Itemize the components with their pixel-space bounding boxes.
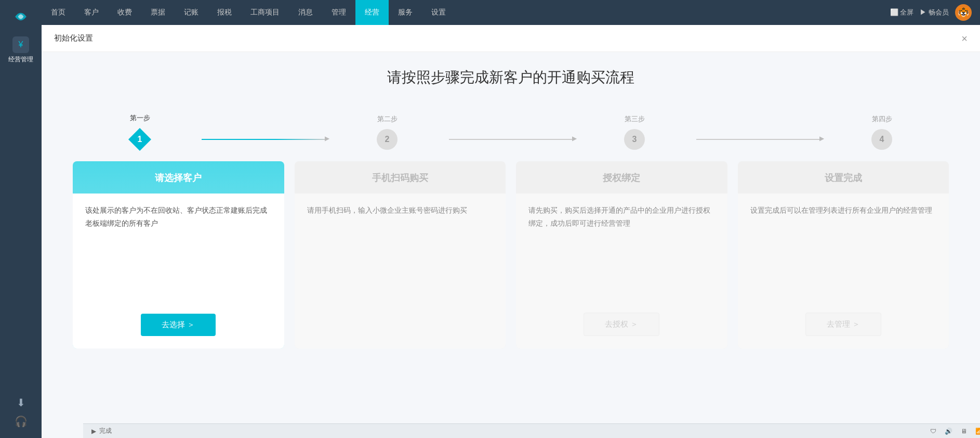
connector-2: ▶: [449, 139, 573, 140]
connector-1: ▶: [202, 139, 325, 140]
card-1-footer: 去选择 ＞: [73, 305, 284, 349]
nav-baoshui[interactable]: 报税: [208, 0, 241, 25]
nav-piaoju[interactable]: 票据: [141, 0, 175, 25]
steps-row: 第一步 1 ▶ 第二步 2 ▶: [73, 113, 949, 151]
step-label-1: 第一步: [130, 113, 150, 123]
sidebar-module-jingying[interactable]: ¥ 经营管理: [0, 31, 42, 69]
card-3-body: 请先购买，购买后选择开通的产品中的企业用户进行授权绑定，成功后即可进行经营管理: [516, 194, 727, 304]
download-icon[interactable]: ⬇: [17, 396, 25, 409]
step-item-1: 第一步 1: [78, 113, 202, 151]
screen-icon: 🖥: [961, 428, 967, 435]
card-4-footer: 去管理 ＞: [738, 304, 949, 349]
go-manage-button[interactable]: 去管理 ＞: [805, 313, 881, 336]
card-4-header: 设置完成: [738, 161, 949, 194]
card-3-header: 授权绑定: [516, 161, 727, 194]
status-bar: ▶ 完成 🛡 🔊 🖥 📶 0 🔋 10: [83, 423, 980, 438]
step-circle-3: 3: [624, 129, 645, 150]
shield-icon: 🛡: [930, 428, 936, 435]
page-content: 初始化设置 × 请按照步骤完成新客户的开通购买流程 第一步 1 ▶: [42, 25, 980, 438]
sidebar: ¥ 经营管理 ⬇ 🎧: [0, 0, 42, 438]
avatar[interactable]: 🐯: [955, 4, 972, 21]
connector-3: ▶: [696, 139, 820, 140]
sidebar-bottom: ⬇ 🎧: [15, 396, 28, 438]
card-2-body: 请用手机扫码，输入小微企业主账号密码进行购买: [295, 194, 506, 328]
nav-right: ⬜ 全屏 ▶ 畅会员 🐯: [890, 4, 980, 21]
nav-guanli[interactable]: 管理: [322, 0, 355, 25]
step-label-2: 第二步: [377, 114, 398, 124]
card-2: 手机扫码购买 请用手机扫码，输入小微企业主账号密码进行购买: [295, 161, 506, 349]
nav-shezhi[interactable]: 设置: [422, 0, 455, 25]
nav-jingying[interactable]: 经营: [355, 0, 389, 25]
headset-icon[interactable]: 🎧: [15, 415, 28, 428]
go-authorize-button[interactable]: 去授权 ＞: [584, 313, 659, 336]
nav-fuwu[interactable]: 服务: [389, 0, 422, 25]
card-4-body: 设置完成后可以在管理列表进行所有企业用户的经营管理: [738, 194, 949, 304]
main-heading: 请按照步骤完成新客户的开通购买流程: [73, 68, 949, 87]
nav-shouye[interactable]: 首页: [42, 0, 75, 25]
nav-xiaoxi[interactable]: 消息: [289, 0, 322, 25]
step-circle-1: 1: [128, 128, 151, 151]
nav-shoufei[interactable]: 收费: [108, 0, 141, 25]
sidebar-module-label: 经营管理: [8, 55, 33, 64]
inner-content: 请按照步骤完成新客户的开通购买流程 第一步 1 ▶ 第二步: [42, 52, 980, 364]
main-area: 首页 客户 收费 票据 记账 报税 工商项目 消息 管理 经营 服务 设置 ⬜ …: [42, 0, 980, 438]
app-logo: [8, 4, 33, 29]
card-1: 请选择客户 该处展示的客户为不在回收站、客户状态正常建账后完成老板端绑定的所有客…: [73, 161, 284, 349]
step-item-3: 第三步 3: [573, 114, 696, 150]
jingying-icon: ¥: [12, 36, 29, 53]
step-label-4: 第四步: [872, 114, 892, 124]
step-circle-4: 4: [871, 129, 892, 150]
nav-kehu[interactable]: 客户: [75, 0, 108, 25]
card-4: 设置完成 设置完成后可以在管理列表进行所有企业用户的经营管理 去管理 ＞: [738, 161, 949, 349]
step-item-2: 第二步 2: [325, 114, 449, 150]
step-item-4: 第四步 4: [820, 114, 944, 150]
card-3-footer: 去授权 ＞: [516, 304, 727, 349]
cards-row: 请选择客户 该处展示的客户为不在回收站、客户状态正常建账后完成老板端绑定的所有客…: [73, 161, 949, 349]
nav-jizhang[interactable]: 记账: [175, 0, 208, 25]
play-icon: ▶: [91, 428, 96, 435]
member-btn[interactable]: ▶ 畅会员: [920, 8, 949, 17]
step-label-3: 第三步: [625, 114, 645, 124]
top-nav: 首页 客户 收费 票据 记账 报税 工商项目 消息 管理 经营 服务 设置 ⬜ …: [42, 0, 980, 25]
fullscreen-btn[interactable]: ⬜ 全屏: [890, 8, 914, 17]
signal-icon: 📶 0: [975, 428, 980, 435]
card-2-footer: [295, 328, 506, 349]
card-1-body: 该处展示的客户为不在回收站、客户状态正常建账后完成老板端绑定的所有客户: [73, 194, 284, 305]
status-text: 完成: [99, 427, 112, 435]
card-3: 授权绑定 请先购买，购买后选择开通的产品中的企业用户进行授权绑定，成功后即可进行…: [516, 161, 727, 349]
nav-gongshang[interactable]: 工商项目: [241, 0, 289, 25]
page-header: 初始化设置 ×: [42, 25, 980, 52]
go-select-button[interactable]: 去选择 ＞: [141, 314, 216, 336]
status-bar-right: 🛡 🔊 🖥 📶 0 🔋 10: [930, 428, 980, 435]
card-2-header: 手机扫码购买: [295, 161, 506, 194]
card-1-header: 请选择客户: [73, 161, 284, 194]
page-title: 初始化设置: [54, 33, 93, 43]
close-button[interactable]: ×: [961, 33, 968, 44]
step-circle-2: 2: [377, 129, 398, 150]
volume-icon: 🔊: [945, 428, 952, 435]
